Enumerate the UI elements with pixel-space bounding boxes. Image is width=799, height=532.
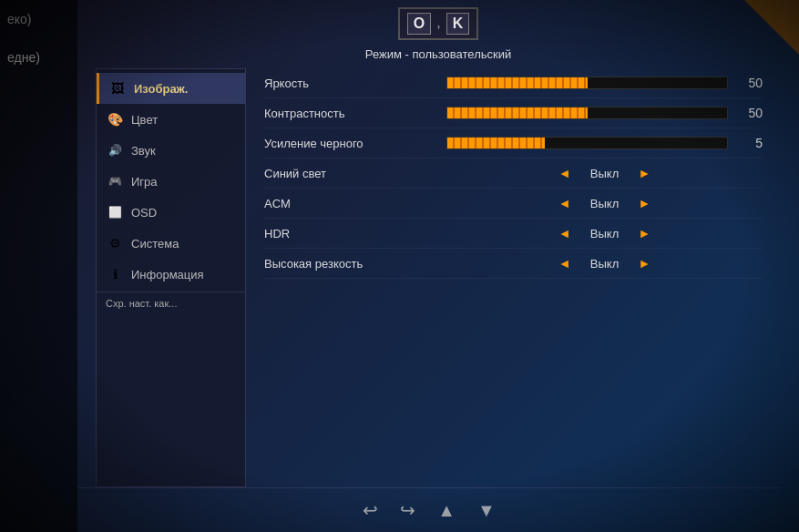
- blue-light-row: Синий свет ◄ Выкл ►: [264, 159, 763, 189]
- up-button[interactable]: ▲: [437, 500, 456, 521]
- brightness-fill: [447, 77, 588, 88]
- hdr-row: HDR ◄ Выкл ►: [264, 219, 763, 249]
- main-content: Изображ. Цвет Звук Игра OSD Система: [77, 68, 799, 487]
- image-icon: [108, 79, 127, 97]
- sidebar-item-label: OSD: [131, 206, 157, 220]
- ok-separator: ,: [435, 13, 442, 35]
- sharpness-row: Высокая резкость ◄ Выкл ►: [264, 249, 763, 279]
- ok-o-button[interactable]: O: [407, 13, 431, 35]
- color-icon: [106, 110, 124, 128]
- blue-light-left-arrow[interactable]: ◄: [558, 166, 571, 180]
- contrast-control: 50: [446, 106, 763, 120]
- top-bar: O , K: [77, 0, 799, 44]
- down-button[interactable]: ▼: [477, 500, 496, 521]
- sidebar-item-info[interactable]: Информация: [97, 259, 245, 290]
- sharpness-control: ◄ Выкл ►: [446, 256, 763, 271]
- hdr-label: HDR: [264, 227, 446, 240]
- brightness-slider[interactable]: [446, 77, 728, 89]
- enter-button[interactable]: ↪: [400, 499, 415, 521]
- sidebar-item-label: Цвет: [131, 113, 158, 127]
- back-button[interactable]: ↩: [363, 499, 378, 521]
- hdr-right-arrow[interactable]: ►: [639, 226, 651, 240]
- acm-label: ACM: [264, 197, 446, 210]
- acm-control: ◄ Выкл ►: [446, 196, 763, 210]
- ok-buttons: O , K: [398, 7, 478, 40]
- ok-k-button[interactable]: K: [446, 13, 470, 35]
- sidebar-item-label: Звук: [131, 144, 156, 158]
- corner-decoration: [744, 0, 799, 55]
- contrast-slider[interactable]: [446, 107, 728, 119]
- contrast-row: Контрастность 50: [264, 98, 763, 128]
- black-boost-label: Усиление черного: [264, 137, 446, 150]
- sidebar-item-label: Система: [131, 237, 179, 251]
- sharpness-value: Выкл: [582, 257, 628, 271]
- contrast-label: Контрастность: [264, 107, 446, 120]
- black-boost-fill: [447, 138, 545, 148]
- acm-right-arrow[interactable]: ►: [639, 196, 651, 210]
- bottom-nav: ↩ ↪ ▲ ▼: [77, 487, 781, 532]
- settings-panel: Яркость 50 Контрастность 50: [246, 68, 781, 487]
- info-icon: [106, 265, 124, 283]
- hdr-value: Выкл: [582, 227, 628, 240]
- sidebar-item-game[interactable]: Игра: [97, 166, 245, 197]
- black-boost-value: 5: [737, 136, 763, 150]
- black-boost-control: 5: [446, 136, 763, 150]
- blue-light-control: ◄ Выкл ►: [446, 166, 763, 180]
- sidebar-item-label: Информация: [131, 268, 204, 281]
- left-edge: еко) еднe): [0, 0, 77, 532]
- acm-value: Выкл: [582, 197, 628, 210]
- sidebar: Изображ. Цвет Звук Игра OSD Система: [96, 68, 246, 487]
- hdr-control: ◄ Выкл ►: [446, 226, 763, 240]
- system-icon: [106, 234, 124, 252]
- sharpness-label: Высокая резкость: [264, 257, 446, 271]
- game-icon: [106, 172, 124, 190]
- left-edge-text: еко) еднe): [0, 0, 77, 77]
- brightness-control: 50: [446, 76, 763, 90]
- contrast-value: 50: [737, 106, 763, 120]
- sidebar-item-osd[interactable]: OSD: [97, 197, 245, 228]
- acm-left-arrow[interactable]: ◄: [558, 196, 571, 210]
- sidebar-item-sound[interactable]: Звук: [97, 135, 245, 166]
- osd-icon: [106, 203, 124, 221]
- brightness-value: 50: [737, 76, 763, 90]
- sidebar-item-color[interactable]: Цвет: [97, 104, 245, 135]
- mode-title: Режим - пользовательский: [77, 44, 799, 68]
- sidebar-item-system[interactable]: Система: [97, 228, 245, 259]
- sidebar-item-label: Игра: [131, 175, 158, 189]
- brightness-label: Яркость: [264, 77, 446, 90]
- black-boost-row: Усиление черного 5: [264, 128, 763, 159]
- save-preset[interactable]: Схр. наст. как...: [97, 292, 245, 314]
- contrast-fill: [447, 107, 588, 118]
- acm-row: ACM ◄ Выкл ►: [264, 189, 763, 219]
- sharpness-left-arrow[interactable]: ◄: [558, 256, 571, 271]
- sharpness-right-arrow[interactable]: ►: [639, 256, 651, 271]
- screen: еко) еднe) O , K Режим - пользовательски…: [0, 0, 799, 532]
- sidebar-item-label: Изображ.: [134, 82, 188, 96]
- black-boost-slider[interactable]: [446, 137, 728, 149]
- sound-icon: [106, 141, 124, 159]
- sidebar-item-image[interactable]: Изображ.: [97, 73, 245, 104]
- blue-light-right-arrow[interactable]: ►: [639, 166, 651, 180]
- hdr-left-arrow[interactable]: ◄: [558, 226, 571, 240]
- blue-light-label: Синий свет: [264, 167, 446, 180]
- blue-light-value: Выкл: [582, 167, 628, 180]
- brightness-row: Яркость 50: [264, 68, 763, 98]
